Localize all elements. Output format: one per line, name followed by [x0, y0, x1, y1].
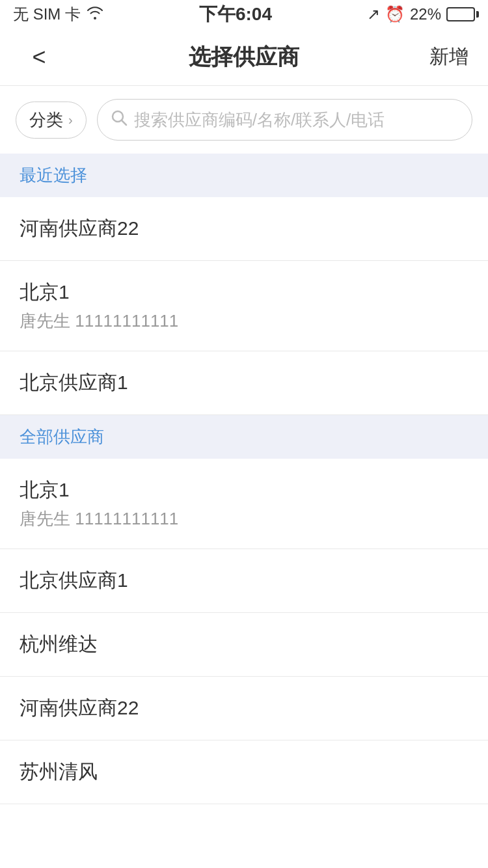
item-name: 北京1 [20, 279, 468, 306]
list-item[interactable]: 北京1 唐先生 11111111111 [0, 459, 488, 549]
item-name: 杭州维达 [20, 631, 468, 658]
recent-section-header: 最近选择 [0, 154, 488, 197]
all-items-list: 北京1 唐先生 11111111111 北京供应商1 杭州维达 河南供应商22 … [0, 459, 488, 804]
search-bar[interactable]: 搜索供应商编码/名称/联系人/电话 [97, 99, 472, 141]
item-name: 河南供应商22 [20, 215, 468, 242]
wifi-icon [86, 5, 104, 23]
filter-row: 分类 › 搜索供应商编码/名称/联系人/电话 [0, 86, 488, 154]
list-item[interactable]: 北京1 唐先生 11111111111 [0, 261, 488, 351]
list-item[interactable]: 苏州清风 [0, 740, 488, 804]
item-name: 河南供应商22 [20, 695, 468, 722]
item-sub: 唐先生 11111111111 [20, 310, 468, 332]
status-bar: 无 SIM 卡 下午6:04 ↗ ⏰ 22% [0, 0, 488, 29]
list-item[interactable]: 河南供应商22 [0, 677, 488, 740]
all-section-header: 全部供应商 [0, 415, 488, 459]
svg-line-1 [122, 120, 126, 125]
list-item[interactable]: 北京供应商1 [0, 351, 488, 415]
search-icon [111, 109, 128, 131]
recent-section-label: 最近选择 [20, 165, 87, 185]
item-name: 北京1 [20, 477, 468, 504]
status-right: ↗ ⏰ 22% [367, 5, 475, 23]
status-left: 无 SIM 卡 [13, 4, 104, 25]
battery-percentage: 22% [410, 5, 441, 23]
category-filter-button[interactable]: 分类 › [16, 102, 87, 139]
chevron-right-icon: › [68, 113, 73, 128]
status-time: 下午6:04 [199, 2, 272, 27]
no-sim-text: 无 SIM 卡 [13, 4, 81, 25]
item-name: 苏州清风 [20, 759, 468, 785]
add-button[interactable]: 新增 [429, 44, 468, 70]
list-item[interactable]: 杭州维达 [0, 613, 488, 677]
battery-icon [446, 7, 475, 21]
page-title: 选择供应商 [189, 42, 299, 72]
search-placeholder-text: 搜索供应商编码/名称/联系人/电话 [134, 109, 385, 131]
alarm-icon: ⏰ [385, 5, 405, 23]
nav-bar: < 选择供应商 新增 [0, 29, 488, 86]
list-item[interactable]: 北京供应商1 [0, 549, 488, 613]
back-button[interactable]: < [20, 44, 59, 71]
location-icon: ↗ [367, 5, 380, 23]
category-label: 分类 [29, 109, 63, 131]
item-sub: 唐先生 11111111111 [20, 508, 468, 530]
item-name: 北京供应商1 [20, 370, 468, 396]
item-name: 北京供应商1 [20, 567, 468, 594]
list-item[interactable]: 河南供应商22 [0, 197, 488, 261]
all-section-label: 全部供应商 [20, 427, 104, 446]
recent-items-list: 河南供应商22 北京1 唐先生 11111111111 北京供应商1 [0, 197, 488, 415]
